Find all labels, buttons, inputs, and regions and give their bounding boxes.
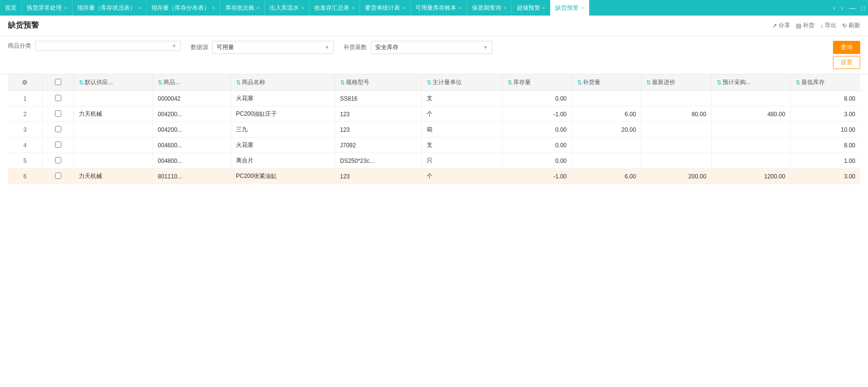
sort-icon-replenish: ⇅	[577, 79, 582, 86]
row-checkbox-3[interactable]	[42, 138, 73, 153]
row-spec-5: 123	[335, 169, 421, 184]
row-check-1[interactable]	[55, 110, 61, 117]
tab-close-5[interactable]: ×	[301, 5, 304, 11]
replenish-base-label: 补货基数	[344, 43, 367, 52]
sort-icon-stock: ⇅	[507, 79, 512, 86]
replenish-icon: ▤	[796, 22, 801, 29]
sort-icon-goods-name: ⇅	[236, 79, 241, 86]
replenish-base-filter-group: 补货基数 安全库存 ▼	[344, 41, 492, 54]
tab-close-4[interactable]: ×	[257, 5, 260, 11]
tab-close-3[interactable]: ×	[212, 5, 215, 11]
row-spec-4: DS250*23c...	[335, 153, 421, 169]
th-goods-name[interactable]: ⇅ 商品名称	[231, 74, 335, 91]
tab-stock-dist[interactable]: 现存量（库存分布表） ×	[146, 0, 220, 16]
tab-batch-account[interactable]: 库存批次账 ×	[220, 0, 265, 16]
row-check-4[interactable]	[55, 157, 61, 163]
refresh-icon: ↻	[842, 22, 847, 29]
row-spec-3: J7092	[335, 138, 421, 153]
tab-close-8[interactable]: ×	[459, 5, 462, 11]
tab-maximize-button[interactable]: □	[858, 0, 868, 16]
tab-overstock-warning[interactable]: 超储预警 ×	[512, 0, 551, 16]
row-estimated-2	[711, 122, 790, 138]
tab-inout-flow[interactable]: 出入库流水 ×	[265, 0, 309, 16]
export-button[interactable]: ↓ 导出	[820, 21, 836, 30]
row-check-5[interactable]	[55, 173, 61, 179]
row-checkbox-4[interactable]	[42, 153, 73, 169]
tab-close-9[interactable]: ×	[504, 5, 506, 11]
th-min-stock[interactable]: ⇅ 最低库存	[790, 74, 860, 91]
tab-close-6[interactable]: ×	[352, 5, 355, 11]
row-latest-price-4	[641, 153, 711, 169]
tab-close-11[interactable]: ×	[581, 5, 584, 11]
tab-minimize-button[interactable]: —	[846, 0, 858, 16]
tab-close-2[interactable]: ×	[138, 5, 141, 11]
row-supplier-5: 力天机械	[74, 169, 153, 184]
header-actions: ↗ 分享 ▤ 补货 ↓ 导出 ↻ 刷新	[772, 21, 860, 30]
tab-close-7[interactable]: ×	[402, 5, 405, 11]
th-replenish[interactable]: ⇅ 补货量	[572, 74, 641, 91]
th-gear[interactable]: ⚙	[8, 74, 42, 91]
tab-next-button[interactable]: ›	[838, 0, 846, 16]
datasource-select[interactable]: 可用量 ▼	[212, 41, 334, 54]
tab-expiry-query[interactable]: 保质期查询 ×	[467, 0, 512, 16]
row-index-2: 3	[8, 122, 42, 138]
select-all-checkbox[interactable]	[55, 79, 61, 85]
tab-pick-anomaly[interactable]: 拣货异常处理 ×	[22, 0, 72, 16]
th-stock[interactable]: ⇅ 库存量	[502, 74, 572, 91]
sort-icon-spec: ⇅	[340, 79, 345, 86]
category-select[interactable]: ▼	[35, 41, 181, 51]
share-button[interactable]: ↗ 分享	[772, 21, 790, 30]
sort-icon-goods-code: ⇅	[158, 79, 163, 86]
th-supplier[interactable]: ⇅ 默认供应...	[74, 74, 153, 91]
row-replenish-5: 6.00	[572, 169, 641, 184]
th-estimated[interactable]: ⇅ 预计采购...	[711, 74, 790, 91]
sort-icon-supplier: ⇅	[79, 79, 84, 86]
tab-demand-stats[interactable]: 要货单统计表 ×	[360, 0, 411, 16]
settings-button[interactable]: 设置	[833, 56, 860, 69]
row-check-3[interactable]	[55, 141, 61, 148]
row-checkbox-1[interactable]	[42, 106, 73, 122]
tab-shortage-warning[interactable]: 缺货预警 ×	[550, 0, 589, 16]
th-spec[interactable]: ⇅ 规格型号	[335, 74, 421, 91]
th-goods-code[interactable]: ⇅ 商品...	[153, 74, 231, 91]
tab-prev-button[interactable]: ‹	[830, 0, 838, 16]
tab-home[interactable]: 首页	[0, 0, 22, 16]
row-min-stock-2: 10.00	[790, 122, 860, 138]
datasource-label: 数据源	[191, 43, 208, 52]
row-goods-code-3: 004600...	[153, 138, 231, 153]
category-filter-group: 商品分类 ▼	[8, 41, 181, 51]
row-stock-5: -1.00	[502, 169, 572, 184]
shortage-table: ⚙ ⇅ 默认供应... ⇅	[8, 74, 860, 184]
th-unit[interactable]: ⇅ 主计量单位	[422, 74, 503, 91]
top-nav: 首页 拣货异常处理 × 现存量（库存状况表） × 现存量（库存分布表） × 库存…	[0, 0, 868, 16]
query-button[interactable]: 查询	[833, 41, 860, 54]
sort-icon-latest-price: ⇅	[646, 79, 651, 86]
tab-available-ledger[interactable]: 可用量库存账本 ×	[411, 0, 467, 16]
tab-stock-status[interactable]: 现存量（库存状况表） ×	[72, 0, 146, 16]
replenish-base-select[interactable]: 安全库存 ▼	[371, 41, 492, 54]
replenish-button[interactable]: ▤ 补货	[796, 21, 814, 30]
row-min-stock-3: 8.00	[790, 138, 860, 153]
row-replenish-1: 6.00	[572, 106, 641, 122]
row-min-stock-0: 8.00	[790, 91, 860, 106]
page-header: 缺货预警 ↗ 分享 ▤ 补货 ↓ 导出 ↻ 刷新	[0, 16, 868, 36]
row-supplier-2	[74, 122, 153, 138]
row-checkbox-2[interactable]	[42, 122, 73, 138]
row-check-2[interactable]	[55, 126, 61, 132]
tab-receive-summary[interactable]: 收发存汇总表 ×	[309, 0, 360, 16]
row-check-0[interactable]	[55, 95, 61, 101]
row-latest-price-2	[641, 122, 711, 138]
row-index-3: 4	[8, 138, 42, 153]
row-checkbox-5[interactable]	[42, 169, 73, 184]
tab-close-1[interactable]: ×	[64, 5, 67, 11]
th-latest-price[interactable]: ⇅ 最新进价	[641, 74, 711, 91]
export-icon: ↓	[820, 22, 823, 29]
row-spec-2: 123	[335, 122, 421, 138]
th-checkbox[interactable]	[42, 74, 73, 91]
page-title: 缺货预警	[8, 20, 39, 31]
refresh-button[interactable]: ↻ 刷新	[842, 21, 860, 30]
row-latest-price-1: 80.00	[641, 106, 711, 122]
row-estimated-1: 480.00	[711, 106, 790, 122]
tab-close-10[interactable]: ×	[542, 5, 545, 11]
row-checkbox-0[interactable]	[42, 91, 73, 106]
